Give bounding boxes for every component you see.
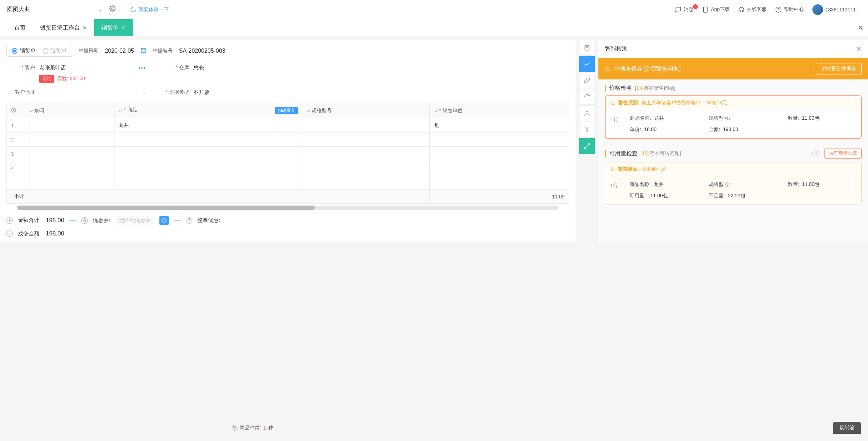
settings-gear-icon[interactable]: [109, 5, 116, 14]
stock-warning-reason: ⚠ 警告原因: 可用量不足: [605, 162, 861, 176]
scan-entry-button[interactable]: 扫码录入: [275, 107, 298, 114]
tabs-bar: 首页 钱货日清工作台 ✕ 销货单 ✕ ✕: [0, 19, 868, 36]
close-icon[interactable]: ✕: [856, 45, 862, 53]
svg-rect-5: [141, 48, 145, 53]
warehouse-input[interactable]: 总仓: [193, 63, 204, 73]
side-chart-icon[interactable]: [579, 56, 595, 72]
address-field: 客户地址 ⌄: [6, 88, 146, 97]
price-warning-body: 1行 商品名称:龙井 规格型号: 数量:11.00包 单价:18.00 金额:1…: [606, 110, 861, 138]
line-items-table: ▴▾条码 ▴▾*商品扫码录入 ▴▾规格型号 ▴▾*销售单位 1 龙井 包: [6, 103, 569, 204]
side-doc-icon[interactable]: [579, 40, 595, 56]
refresh-icon: [162, 218, 167, 223]
warning-icon: ⚠: [610, 166, 615, 172]
col-unit[interactable]: ▴▾*销售单位: [430, 103, 569, 118]
user-menu[interactable]: 13381111111…: [812, 4, 861, 15]
tab-sales-order[interactable]: 销货单 ✕: [94, 19, 133, 36]
refresh-coupon-button[interactable]: [159, 216, 169, 225]
row-number: 2: [7, 133, 25, 147]
online-service-button[interactable]: 在线客服: [738, 6, 767, 13]
invoice-input[interactable]: 不开票: [193, 88, 209, 97]
side-link-icon[interactable]: [579, 73, 595, 88]
radio-sales-order[interactable]: 销货单: [12, 47, 36, 54]
smart-detection-panel: 智能检测 ✕ ⚠ 单据未保存 [2 项警告问题] 忽略警告并保存 价格检查 [1…: [598, 40, 868, 242]
table-row[interactable]: [7, 175, 569, 190]
date-value[interactable]: 2020-02-05: [105, 48, 134, 54]
service-label: 在线客服: [747, 6, 767, 13]
sort-icon: ▴▾: [29, 110, 33, 112]
table-settings-header[interactable]: [7, 103, 25, 118]
deal-value: 198.00: [46, 230, 64, 237]
totals-row-1: ¥ 金额合计: 198.00 — 券 优惠券: 无匹配优惠券 — 优 整单优惠:: [6, 216, 569, 225]
company-name: 图图大业: [7, 6, 30, 13]
table-row[interactable]: 4: [7, 161, 569, 175]
side-yen-icon[interactable]: [579, 122, 595, 138]
banner-text: 单据未保存 [2 项警告问题]: [614, 65, 681, 73]
tab-home[interactable]: 首页: [7, 19, 33, 36]
order-form-panel: 销货单 退货单 单据日期 2020-02-05 单据编号 SA-20200205…: [0, 40, 576, 242]
bill-no-value: SA-20200205-003: [179, 48, 225, 54]
row-indicator: 1行: [611, 115, 623, 133]
message-icon: [675, 6, 681, 13]
radio-return-order[interactable]: 退货单: [43, 47, 67, 54]
customer-field: *客户 老张茶叶店 ••• 现结 应收: 231.00: [6, 63, 146, 83]
cell-product[interactable]: 龙井: [114, 118, 302, 133]
totals-row-2: ✓ 成交金额: 198.00: [6, 230, 569, 237]
app-download-button[interactable]: App下载: [702, 6, 730, 13]
address-input[interactable]: ⌄: [39, 88, 146, 96]
stock-warning-card: ⚠ 警告原因: 可用量不足 1行 商品名称:龙井 规格型号: 数量:11.00包…: [605, 162, 862, 204]
customer-input[interactable]: 老张茶叶店 •••: [39, 63, 146, 73]
coupon-input[interactable]: 无匹配优惠券: [115, 216, 154, 225]
cell-barcode[interactable]: [25, 118, 114, 133]
warning-banner: ⚠ 单据未保存 [2 项警告问题] 忽略警告并保存: [598, 58, 868, 79]
field-spec: 规格型号:: [709, 115, 777, 121]
field-qty: 数量:11.00包: [788, 115, 856, 121]
cell-spec[interactable]: [302, 118, 430, 133]
table-row[interactable]: 3: [7, 147, 569, 161]
topbar-right: 消息 App下载 在线客服 帮助中心 13381111111…: [675, 4, 861, 15]
subtotal-label: 小计: [7, 190, 430, 204]
subtotal-row: 小计 11.00: [7, 190, 569, 204]
close-all-tabs-icon[interactable]: ✕: [858, 24, 864, 32]
try-experience-link[interactable]: 我要体验一下: [130, 6, 169, 13]
tab-workbench[interactable]: 钱货日清工作台 ✕: [33, 19, 94, 36]
side-expand-icon[interactable]: [579, 138, 595, 154]
sort-icon: ▴▾: [119, 109, 122, 111]
svg-point-13: [586, 111, 588, 113]
company-selector[interactable]: 图图大业 ⌄: [7, 6, 102, 13]
stock-check-title: 可用量检查 [1项存在警告问题]: [605, 150, 681, 157]
table-row[interactable]: 2: [7, 133, 569, 147]
gear-icon: [11, 108, 16, 113]
more-dots-icon[interactable]: •••: [138, 65, 146, 71]
headset-icon: [738, 6, 745, 13]
scrollbar-thumb[interactable]: [17, 206, 315, 210]
app-download-label: App下载: [711, 6, 730, 13]
col-spec[interactable]: ▴▾规格型号: [302, 103, 430, 118]
help-icon[interactable]: ?: [812, 150, 820, 157]
deal-icon: ✓: [6, 230, 13, 237]
help-center-button[interactable]: 帮助中心: [775, 6, 804, 13]
warehouse-label: *仓库: [160, 63, 189, 71]
table-row[interactable]: 1 龙井 包: [7, 118, 569, 133]
order-type-radio-group: 销货单 退货单: [6, 45, 72, 57]
amount-label: 金额合计:: [18, 217, 41, 224]
side-person-icon[interactable]: [579, 105, 595, 121]
close-icon[interactable]: ✕: [121, 25, 126, 31]
address-label: 客户地址: [6, 88, 35, 95]
close-icon[interactable]: ✕: [83, 25, 87, 31]
detection-title: 智能检测: [605, 45, 628, 53]
cell-unit[interactable]: 包: [430, 118, 569, 133]
col-barcode[interactable]: ▴▾条码: [25, 103, 114, 118]
price-check-title: 价格检查 [1项存在警告问题]: [605, 84, 675, 92]
svg-line-14: [588, 144, 589, 145]
detection-header: 智能检测 ✕: [598, 40, 868, 58]
calendar-icon[interactable]: [141, 47, 146, 54]
messages-button[interactable]: 消息: [675, 6, 694, 13]
ignore-save-button[interactable]: 忽略警告并保存: [816, 63, 862, 74]
discount-label: 整单优惠:: [197, 217, 220, 224]
side-refresh-icon[interactable]: [579, 89, 595, 105]
horizontal-scrollbar[interactable]: [17, 206, 558, 210]
stock-check-count: [1项存在警告问题]: [640, 150, 681, 157]
out-by-stock-button[interactable]: 按可用量出库: [824, 149, 862, 159]
help-label: 帮助中心: [784, 6, 804, 13]
col-product[interactable]: ▴▾*商品扫码录入: [114, 103, 302, 118]
